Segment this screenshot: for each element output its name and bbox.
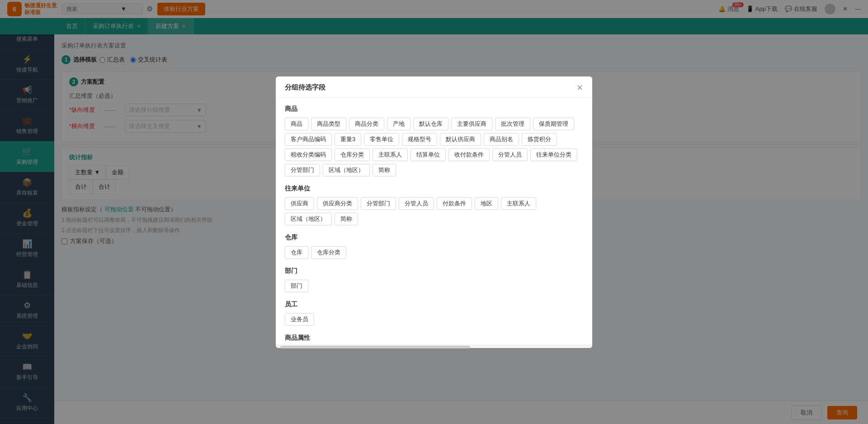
field-tag[interactable]: 商品别名 (484, 133, 519, 146)
section-department-title: 部门 (285, 267, 583, 275)
modal-horizontal-scrollbar[interactable] (276, 345, 592, 348)
field-tag[interactable]: 分管人员 (399, 197, 434, 210)
field-tag[interactable]: 分管部门 (361, 197, 396, 210)
field-tag[interactable]: 保质期管理 (533, 118, 574, 130)
field-tag[interactable]: 往来单位分类 (530, 148, 577, 161)
section-product-attr-title: 商品属性 (285, 334, 583, 342)
field-tag[interactable]: 产地 (387, 118, 410, 130)
field-tag[interactable]: 仓库 (285, 246, 308, 259)
field-select-modal: 分组待选字段 ✕ 商品 商品 商品类型 商品分类 产地 默认仓库 主要供应商 批… (276, 76, 592, 348)
section-department: 部门 部门 (285, 267, 583, 292)
field-tag[interactable]: 收付款条件 (448, 148, 490, 161)
field-tag[interactable]: 业务员 (285, 313, 314, 326)
section-warehouse: 仓库 仓库 仓库分类 (285, 233, 583, 259)
employee-field-tags: 业务员 (285, 313, 583, 326)
field-tag[interactable]: 简称 (373, 164, 396, 176)
field-tag[interactable]: 默认仓库 (413, 118, 448, 130)
field-tag[interactable]: 商品类型 (311, 118, 346, 130)
section-product: 商品 商品 商品类型 商品分类 产地 默认仓库 主要供应商 批次管理 保质期管理… (285, 105, 583, 176)
field-tag[interactable]: 分管人员 (492, 148, 528, 161)
field-tag[interactable]: 税收分类编码 (285, 148, 332, 161)
warehouse-field-tags: 仓库 仓库分类 (285, 246, 583, 259)
field-tag[interactable]: 供应商分类 (317, 197, 358, 210)
modal-overlay[interactable]: 分组待选字段 ✕ 商品 商品 商品类型 商品分类 产地 默认仓库 主要供应商 批… (0, 0, 868, 424)
field-tag[interactable]: 客户商品编码 (285, 133, 332, 146)
section-warehouse-title: 仓库 (285, 233, 583, 242)
section-partner: 往来单位 供应商 供应商分类 分管部门 分管人员 付款条件 地区 主联系人 区域… (285, 185, 583, 225)
modal-body: 商品 商品 商品类型 商品分类 产地 默认仓库 主要供应商 批次管理 保质期管理… (276, 98, 592, 345)
field-tag[interactable]: 商品 (285, 118, 308, 130)
field-tag[interactable]: 仓库分类 (311, 246, 346, 259)
modal-close-btn[interactable]: ✕ (576, 83, 583, 93)
field-tag[interactable]: 批次管理 (495, 118, 530, 130)
partner-field-tags: 供应商 供应商分类 分管部门 分管人员 付款条件 地区 主联系人 区域（地区） … (285, 197, 583, 225)
field-tag[interactable]: 主联系人 (501, 197, 536, 210)
field-tag[interactable]: 付款条件 (437, 197, 472, 210)
section-partner-title: 往来单位 (285, 185, 583, 193)
field-tag[interactable]: 炼货积分 (522, 133, 557, 146)
field-tag[interactable]: 仓库分类 (335, 148, 370, 161)
modal-title: 分组待选字段 (285, 83, 326, 92)
field-tag[interactable]: 规格型号 (402, 133, 437, 146)
field-tag[interactable]: 供应商 (285, 197, 314, 210)
field-tag[interactable]: 区域（地区） (323, 164, 370, 176)
field-tag[interactable]: 分管部门 (285, 164, 320, 176)
field-tag[interactable]: 零售单位 (364, 133, 399, 146)
modal-hscroll-thumb[interactable] (280, 346, 470, 348)
section-product-title: 商品 (285, 105, 583, 113)
field-tag[interactable]: 商品分类 (349, 118, 384, 130)
field-tag[interactable]: 重量3 (335, 133, 361, 146)
field-tag[interactable]: 地区 (475, 197, 498, 210)
field-tag[interactable]: 结算单位 (410, 148, 446, 161)
field-tag[interactable]: 主要供应商 (451, 118, 492, 130)
field-tag[interactable]: 主联系人 (373, 148, 408, 161)
product-field-tags: 商品 商品类型 商品分类 产地 默认仓库 主要供应商 批次管理 保质期管理 客户… (285, 118, 583, 176)
field-tag[interactable]: 默认供应商 (440, 133, 481, 146)
section-employee: 员工 业务员 (285, 300, 583, 326)
section-product-attr: 商品属性 属性 颜色 多规格 尺码 鞋码 1 (285, 334, 583, 345)
field-tag[interactable]: 部门 (285, 280, 308, 292)
section-employee-title: 员工 (285, 300, 583, 309)
field-tag[interactable]: 简称 (335, 213, 358, 225)
department-field-tags: 部门 (285, 280, 583, 292)
modal-header: 分组待选字段 ✕ (276, 76, 592, 98)
field-tag[interactable]: 区域（地区） (285, 213, 332, 225)
